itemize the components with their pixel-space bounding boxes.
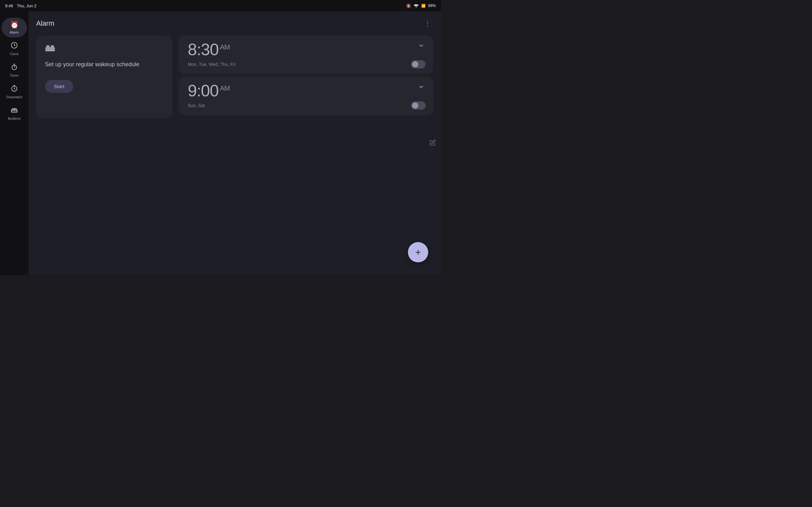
main-content: Alarm ⋮ Set up your regular wakeup sched… — [29, 11, 441, 275]
svg-rect-5 — [12, 108, 14, 110]
sidebar-item-clock[interactable]: Clock — [2, 39, 27, 59]
sidebar-label-alarm: Alarm — [10, 31, 19, 34]
alarm-footer-0: Mon, Tue, Wed, Thu, Fri — [188, 60, 426, 68]
alarm-icon: ⏰ — [10, 21, 19, 29]
setup-card: Set up your regular wakeup schedule Star… — [36, 36, 172, 118]
bedtime-icon — [11, 107, 18, 115]
content-area: Set up your regular wakeup schedule Star… — [36, 36, 433, 118]
page-title: Alarm — [36, 19, 54, 27]
sidebar-item-bedtime[interactable]: Bedtime — [2, 103, 27, 124]
setup-description: Set up your regular wakeup schedule — [45, 60, 164, 68]
more-options-button[interactable]: ⋮ — [422, 18, 433, 29]
timer-icon — [11, 63, 18, 72]
status-bar-left: 9:46 Thu, Jun 2 — [5, 3, 37, 8]
sidebar-item-timer[interactable]: Timer — [2, 60, 27, 80]
header: Alarm ⋮ — [36, 18, 433, 29]
status-bar-right: 🔇 📶 68% — [406, 3, 436, 8]
signal-icon: 📶 — [421, 4, 426, 8]
alarms-list: 8:30AM Mon, Tue, Wed, Thu, Fri — [179, 36, 433, 115]
sidebar-label-stopwatch: Stopwatch — [6, 95, 22, 99]
svg-rect-8 — [45, 49, 55, 49]
status-time: 9:46 — [5, 3, 13, 8]
alarm-toggle-0[interactable] — [411, 60, 426, 68]
alarm-footer-1: Sun, Sat — [188, 101, 426, 110]
start-button[interactable]: Start — [45, 80, 73, 93]
sidebar-label-bedtime: Bedtime — [8, 117, 20, 120]
alarm-expand-0[interactable] — [417, 41, 426, 52]
svg-rect-9 — [46, 45, 49, 48]
sidebar-label-clock: Clock — [10, 52, 19, 56]
sidebar: ⏰ Alarm Clock Timer St — [0, 11, 29, 275]
svg-rect-10 — [51, 45, 54, 48]
sidebar-item-alarm[interactable]: ⏰ Alarm — [2, 18, 27, 38]
sidebar-item-stopwatch[interactable]: Stopwatch — [2, 82, 27, 102]
alarm-header-0: 8:30AM — [188, 41, 426, 58]
battery-status: 68% — [428, 3, 436, 8]
svg-rect-6 — [14, 108, 16, 110]
wifi-icon — [414, 3, 419, 8]
stopwatch-icon — [11, 85, 18, 94]
setup-bedtime-icon — [45, 43, 164, 54]
svg-point-0 — [415, 7, 416, 7]
alarm-expand-1[interactable] — [417, 82, 426, 93]
status-bar: 9:46 Thu, Jun 2 🔇 📶 68% — [0, 0, 441, 11]
alarm-time-0: 8:30AM — [188, 41, 230, 58]
alarm-days-0: Mon, Tue, Wed, Thu, Fri — [188, 62, 235, 67]
edit-button[interactable] — [429, 139, 436, 147]
mute-icon: 🔇 — [406, 3, 411, 8]
alarm-days-1: Sun, Sat — [188, 103, 205, 108]
clock-icon — [11, 42, 18, 51]
alarm-card-0: 8:30AM Mon, Tue, Wed, Thu, Fri — [179, 36, 433, 74]
alarm-time-1: 9:00AM — [188, 82, 230, 99]
sidebar-label-timer: Timer — [10, 73, 19, 77]
status-date: Thu, Jun 2 — [17, 3, 36, 8]
alarm-card-1: 9:00AM Sun, Sat — [179, 77, 433, 115]
alarm-header-1: 9:00AM — [188, 82, 426, 99]
add-alarm-fab[interactable]: + — [408, 242, 428, 262]
alarm-toggle-1[interactable] — [411, 101, 426, 110]
